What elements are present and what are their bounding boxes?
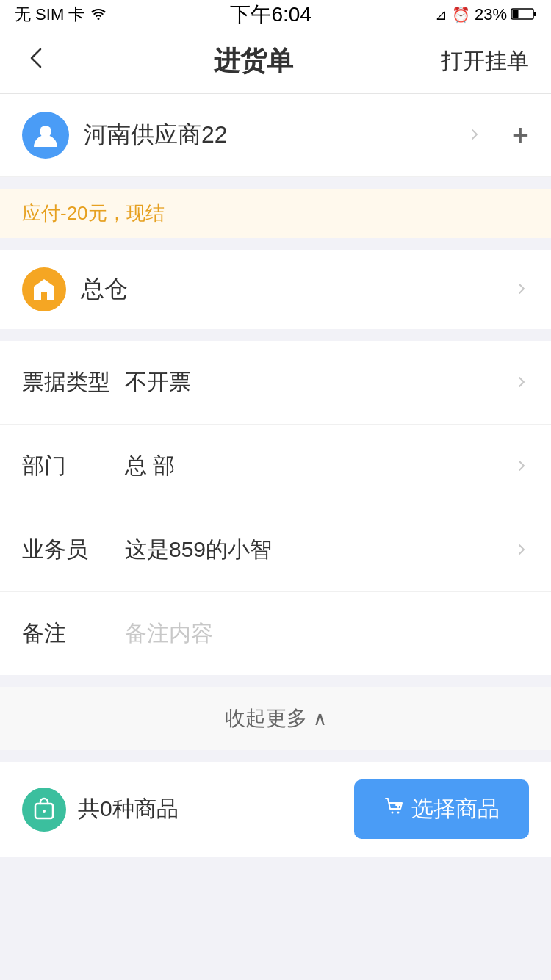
- svg-rect-1: [533, 12, 536, 16]
- svg-point-7: [397, 812, 400, 814]
- invoice-type-row[interactable]: 票据类型 不开票: [0, 341, 551, 425]
- salesperson-chevron-icon: [514, 538, 529, 562]
- location-icon: ⊿: [435, 6, 447, 24]
- warehouse-name: 总仓: [81, 273, 514, 306]
- status-left: 无 SIM 卡: [15, 4, 107, 26]
- alarm-icon: ⏰: [452, 6, 470, 24]
- status-time: 下午6:04: [230, 1, 311, 29]
- collapse-row[interactable]: 收起更多 ∧: [0, 687, 551, 750]
- open-pending-button[interactable]: 打开挂单: [441, 46, 529, 76]
- supplier-avatar: [22, 112, 69, 159]
- battery-icon: [511, 5, 536, 24]
- bottom-bar: 共0种商品 选择商品: [0, 762, 551, 857]
- status-right: ⊿ ⏰ 23%: [435, 5, 536, 24]
- page-title: 进货单: [214, 43, 293, 79]
- warehouse-icon: [22, 267, 66, 311]
- form-section: 票据类型 不开票 部门 总 部 业务员 这是859的小智 备注 备注内容: [0, 341, 551, 675]
- remark-row[interactable]: 备注 备注内容: [0, 592, 551, 675]
- salesperson-label: 业务员: [22, 535, 125, 565]
- divider: [497, 120, 497, 150]
- supplier-name: 河南供应商22: [84, 119, 467, 151]
- collapse-icon: ∧: [313, 707, 327, 730]
- salesperson-value: 这是859的小智: [125, 535, 514, 565]
- add-supplier-button[interactable]: +: [512, 119, 529, 152]
- product-info: 共0种商品: [22, 788, 179, 832]
- back-button[interactable]: [22, 43, 66, 79]
- supplier-section: 河南供应商22 +: [0, 94, 551, 177]
- select-product-label: 选择商品: [411, 794, 500, 824]
- invoice-type-chevron-icon: [514, 371, 529, 394]
- remark-placeholder: 备注内容: [125, 619, 529, 649]
- svg-rect-2: [512, 10, 518, 18]
- svg-point-5: [43, 810, 46, 813]
- department-chevron-icon: [514, 455, 529, 478]
- notice-bar: 应付-20元，现结: [0, 189, 551, 238]
- battery-label: 23%: [475, 5, 507, 24]
- supplier-chevron-icon: [467, 123, 482, 147]
- svg-point-6: [392, 812, 394, 814]
- product-count: 共0种商品: [78, 794, 179, 824]
- sim-label: 无 SIM 卡: [15, 4, 84, 26]
- department-label: 部门: [22, 451, 125, 481]
- nav-bar: 进货单 打开挂单: [0, 29, 551, 94]
- remark-label: 备注: [22, 619, 125, 649]
- warehouse-chevron-icon: [514, 278, 529, 301]
- invoice-type-value: 不开票: [125, 367, 514, 397]
- status-bar: 无 SIM 卡 下午6:04 ⊿ ⏰ 23%: [0, 0, 551, 29]
- collapse-text: 收起更多: [225, 705, 307, 732]
- notice-text: 应付-20元，现结: [22, 202, 165, 224]
- warehouse-section: 总仓: [0, 250, 551, 329]
- salesperson-row[interactable]: 业务员 这是859的小智: [0, 508, 551, 592]
- page-background: [0, 857, 551, 980]
- department-row[interactable]: 部门 总 部: [0, 425, 551, 508]
- product-icon: [22, 788, 66, 832]
- wifi-icon: [90, 5, 107, 24]
- department-value: 总 部: [125, 451, 514, 481]
- supplier-row[interactable]: 河南供应商22 +: [0, 94, 551, 177]
- warehouse-row[interactable]: 总仓: [0, 250, 551, 329]
- cart-icon: [383, 796, 404, 822]
- invoice-type-label: 票据类型: [22, 367, 125, 397]
- select-product-button[interactable]: 选择商品: [354, 779, 529, 839]
